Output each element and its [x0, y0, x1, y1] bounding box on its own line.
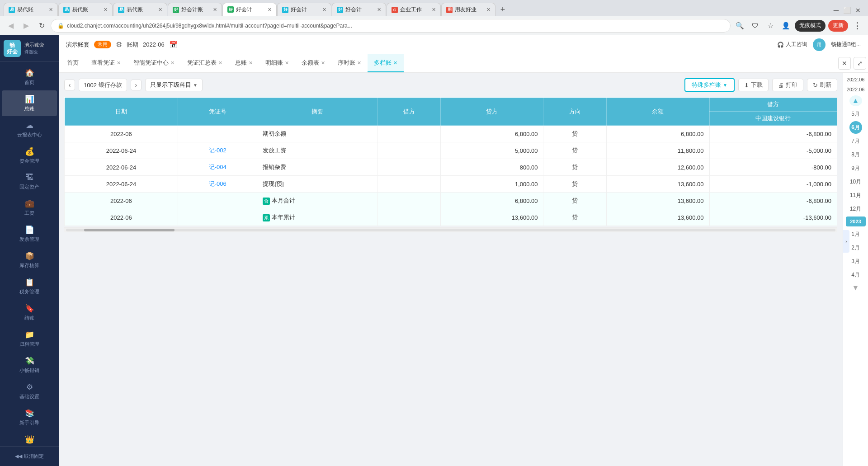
scroll-up-button[interactable]: ▲	[849, 95, 862, 106]
nav-tab-voucher[interactable]: 查看凭证 ✕	[85, 54, 127, 72]
no-trace-button[interactable]: 无痕模式	[795, 20, 826, 32]
sidebar-item-invoice[interactable]: 📄 发票管理	[2, 221, 57, 247]
sidebar-item-home[interactable]: 🏠 首页	[2, 64, 57, 90]
refresh-button[interactable]: ↻ 刷新	[807, 79, 837, 91]
filter-select[interactable]: 只显示下级科目 ▼	[145, 79, 203, 91]
row1-voucher[interactable]: 记-002	[178, 142, 257, 159]
month-oct[interactable]: 10月	[846, 175, 866, 188]
h-scrollbar-thumb[interactable]	[84, 229, 175, 231]
nav-multi-close[interactable]: ✕	[393, 60, 397, 66]
row2-voucher[interactable]: 记-004	[178, 159, 257, 176]
browser-tab-8[interactable]: C 企业工作 ✕	[387, 3, 441, 16]
browser-tab-1[interactable]: 易 易代账 ✕	[4, 3, 58, 16]
browser-tab-4[interactable]: 好 好会计账 ✕	[168, 3, 222, 16]
close-icon[interactable]: ✕	[855, 7, 861, 14]
calendar-icon[interactable]: 📅	[169, 41, 178, 49]
tab-expand-btn[interactable]: ⤢	[854, 57, 866, 70]
tab1-close-icon[interactable]: ✕	[49, 7, 53, 13]
account-selector[interactable]: 1002 银行存款	[79, 79, 127, 91]
sidebar-item-close[interactable]: 🔖 结账	[2, 300, 57, 325]
month-may[interactable]: 5月	[846, 108, 866, 120]
right-panel-toggle[interactable]: ›	[843, 230, 849, 253]
nav-summary-close[interactable]: ✕	[218, 60, 222, 66]
account-badge[interactable]: 常用	[94, 41, 111, 48]
month-sep[interactable]: 9月	[846, 162, 866, 174]
back-button[interactable]: ◀	[5, 19, 17, 32]
download-button[interactable]: ⬇ 下载	[738, 79, 769, 91]
sidebar-item-inventory[interactable]: 📦 库存核算	[2, 247, 57, 273]
h-scrollbar-track[interactable]	[66, 229, 835, 231]
tab2-close-icon[interactable]: ✕	[104, 7, 108, 13]
update-button[interactable]: 更新	[828, 20, 848, 32]
tab9-close-icon[interactable]: ✕	[486, 7, 491, 13]
tab8-close-icon[interactable]: ✕	[432, 7, 436, 13]
unpin-button[interactable]: ◀◀ 取消固定	[2, 450, 57, 462]
nav-voucher-close[interactable]: ✕	[117, 60, 121, 66]
search-icon[interactable]: 🔍	[733, 19, 746, 32]
prev-account-btn[interactable]: ‹	[64, 80, 75, 90]
h-scrollbar[interactable]	[64, 227, 837, 232]
month-dec[interactable]: 12月	[846, 202, 866, 215]
more-icon[interactable]: ⋮	[851, 19, 863, 32]
sidebar-item-settings[interactable]: ⚙ 基础设置	[2, 378, 57, 404]
forward-button[interactable]: ▶	[20, 19, 33, 32]
sidebar-item-member[interactable]: 👑 畅会员	[2, 431, 57, 446]
month-apr[interactable]: 4月	[846, 268, 866, 281]
sidebar-item-cloud[interactable]: ☁ 云报表中心	[2, 117, 57, 142]
browser-tab-3[interactable]: 易 易代账 ✕	[113, 3, 167, 16]
consultant-button[interactable]: 🎧 人工咨询	[777, 41, 807, 48]
nav-balance-close[interactable]: ✕	[321, 60, 325, 66]
browser-tab-7[interactable]: 好 好会计 ✕	[332, 3, 386, 16]
profile-icon[interactable]: 👤	[779, 19, 792, 32]
row3-voucher[interactable]: 记-006	[178, 176, 257, 193]
tab-close-btn[interactable]: ✕	[838, 57, 851, 70]
maximize-icon[interactable]: ⬜	[843, 7, 851, 14]
month-nov[interactable]: 11月	[846, 189, 866, 202]
browser-tab-6[interactable]: 好 好会计 ✕	[277, 3, 331, 16]
browser-tab-5[interactable]: 好 好会计 ✕	[222, 3, 277, 16]
tab4-close-icon[interactable]: ✕	[213, 7, 217, 13]
tab6-close-icon[interactable]: ✕	[322, 7, 326, 13]
nav-general-close[interactable]: ✕	[249, 60, 253, 66]
tab3-close-icon[interactable]: ✕	[158, 7, 162, 13]
nav-tab-voucher-summary[interactable]: 凭证汇总表 ✕	[181, 54, 229, 72]
browser-tab-2[interactable]: 易 易代账 ✕	[58, 3, 113, 16]
reload-button[interactable]: ↻	[35, 19, 48, 32]
print-button[interactable]: 🖨 打印	[772, 79, 803, 91]
scroll-down-button[interactable]: ▼	[849, 282, 862, 293]
nav-tab-balance[interactable]: 余额表 ✕	[295, 54, 331, 72]
nav-tab-home[interactable]: 首页	[61, 54, 85, 72]
sidebar-item-expense[interactable]: 💸 小畅报销	[2, 352, 57, 378]
minimize-icon[interactable]: ─	[834, 6, 839, 14]
sidebar-item-fund[interactable]: 💰 资金管理	[2, 143, 57, 169]
nav-tab-detail[interactable]: 明细账 ✕	[259, 54, 295, 72]
month-mar[interactable]: 3月	[846, 255, 866, 268]
nav-smart-close[interactable]: ✕	[170, 60, 175, 66]
new-tab-button[interactable]: +	[496, 3, 509, 16]
shield-icon[interactable]: 🛡	[749, 19, 761, 32]
month-jul[interactable]: 7月	[846, 135, 866, 147]
sidebar-item-tax[interactable]: 📋 税务管理	[2, 273, 57, 299]
nav-tab-sequence[interactable]: 序时账 ✕	[331, 54, 368, 72]
settings-gear-icon[interactable]: ⚙	[116, 40, 122, 49]
sidebar-item-salary[interactable]: 💼 工资	[2, 195, 57, 221]
nav-detail-close[interactable]: ✕	[285, 60, 289, 66]
month-aug[interactable]: 8月	[846, 148, 866, 161]
tab5-close-icon[interactable]: ✕	[268, 7, 272, 13]
nav-sequence-close[interactable]: ✕	[357, 60, 361, 66]
star-icon[interactable]: ☆	[764, 19, 777, 32]
nav-tab-multi[interactable]: 多栏账 ✕	[368, 54, 404, 72]
sidebar-item-guide[interactable]: 📚 新手引导	[2, 405, 57, 430]
tab7-close-icon[interactable]: ✕	[377, 7, 381, 13]
nav-tab-smart-voucher[interactable]: 智能凭证中心 ✕	[127, 54, 181, 72]
tab6-icon: 好	[282, 7, 288, 13]
month-jun[interactable]: 6月	[849, 121, 862, 134]
sidebar-item-ledger[interactable]: 📊 总账	[2, 90, 57, 116]
browser-tab-9[interactable]: 用 用友好业 ✕	[441, 3, 495, 16]
sidebar-item-fixed[interactable]: 🏗 固定资产	[2, 169, 57, 194]
sidebar-item-archive[interactable]: 📁 归档管理	[2, 326, 57, 352]
multi-col-button[interactable]: 特殊多栏账 ▼	[684, 78, 735, 92]
next-account-btn[interactable]: ›	[131, 80, 142, 90]
address-input[interactable]: 🔒 cloud2.chanjet.com/accounting/uh26t264…	[51, 19, 731, 33]
nav-tab-general[interactable]: 总账 ✕	[229, 54, 259, 72]
